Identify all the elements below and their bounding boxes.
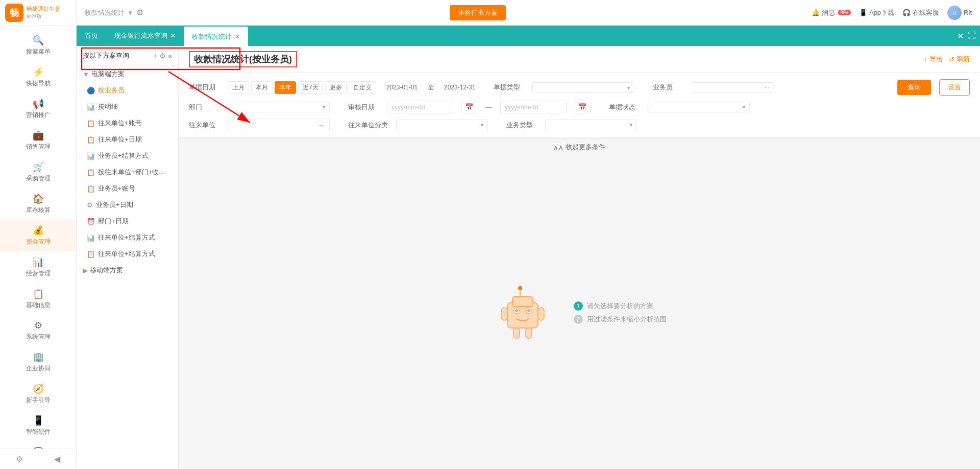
tree-item-salesperson-account[interactable]: 📋 业务员+账号: [77, 180, 178, 197]
customer-more-icon[interactable]: ···: [317, 121, 323, 129]
sidebar-item-quick-nav[interactable]: ⚡ 快捷导航: [0, 61, 76, 93]
tree-item-customer-account[interactable]: 📋 往来单位+账号: [77, 115, 178, 131]
doc-status-label: 单据状态: [609, 103, 640, 112]
svg-rect-7: [538, 308, 544, 320]
sp-account-icon: 📋: [87, 185, 95, 193]
sidebar-item-label: 系统管理: [26, 333, 51, 341]
collapse-panel-btn[interactable]: «: [168, 52, 172, 60]
sidebar-item-system[interactable]: ⚙ 系统管理: [0, 315, 76, 346]
app-download-btn[interactable]: 📱 App下载: [859, 8, 894, 17]
tree-section-mobile[interactable]: ▶ 移动端方案: [77, 262, 178, 278]
date-btn-this-month[interactable]: 本月: [251, 81, 273, 94]
breadcrumb: 收款情况统计: [85, 8, 125, 17]
tree-item-salesperson-date[interactable]: ⚙ 业务员+日期: [77, 197, 178, 213]
settings-scheme-btn[interactable]: ⚙: [159, 52, 166, 60]
sidebar-item-search-menu[interactable]: 🔍 搜索菜单: [0, 30, 76, 61]
tree-item-by-detail[interactable]: 📊 按明细: [77, 99, 178, 115]
doc-status-dropdown-icon: ▾: [743, 104, 745, 110]
sidebar-item-enterprise[interactable]: 🏢 企业协同: [0, 346, 76, 378]
header-settings-icon[interactable]: ⚙: [136, 8, 143, 17]
sidebar-item-inventory[interactable]: 🏠 库存核算: [0, 188, 76, 220]
salesperson-label: 业务员: [653, 83, 683, 92]
breadcrumb-dropdown-icon[interactable]: ▾: [129, 9, 132, 16]
sidebar-item-basic-info[interactable]: 📋 基础信息: [0, 283, 76, 315]
sidebar-item-label: 新手引导: [26, 396, 51, 405]
customer-category-select[interactable]: ▾: [396, 120, 488, 130]
review-date-label: 审核日期: [348, 103, 379, 112]
date-btn-custom[interactable]: 自定义: [349, 81, 376, 94]
sidebar-item-smart-hw[interactable]: 📱 智能硬件: [0, 410, 76, 441]
user-menu[interactable]: R Rit: [947, 6, 972, 20]
customer-service-btn[interactable]: 🎧 在线客服: [902, 8, 939, 17]
review-date-end[interactable]: yyyy-mm-dd: [500, 101, 567, 113]
dept-select[interactable]: ▾: [228, 102, 330, 112]
operations-icon: 📊: [33, 256, 44, 268]
date-options: 上月 本月 本年 近7天 更多 自定义: [228, 81, 376, 94]
svg-rect-1: [512, 296, 533, 307]
tab-bank-flow-close[interactable]: ✕: [170, 32, 176, 39]
date-dash: —: [485, 103, 492, 111]
add-scheme-btn[interactable]: +: [153, 52, 157, 60]
tree-item-by-salesperson[interactable]: 🔵 按业务员: [77, 82, 178, 99]
sidebar-item-finance[interactable]: 💰 资金管理: [0, 220, 76, 251]
doc-type-dropdown-icon: ▾: [627, 85, 630, 90]
date-btn-this-year[interactable]: 本年: [275, 81, 296, 94]
date-btn-last7[interactable]: 近7天: [298, 81, 323, 94]
tree-item-customer-settlement2[interactable]: 📊 往来单位+结算方式: [77, 229, 178, 246]
review-date-start[interactable]: yyyy-mm-dd: [387, 101, 453, 113]
doc-type-select[interactable]: ▾: [532, 82, 634, 93]
tab-home[interactable]: 首页: [77, 26, 106, 46]
tab-collection-stats[interactable]: 收款情况统计 ✕: [184, 27, 248, 47]
window-close-btn[interactable]: ✕: [957, 31, 964, 41]
date-btn-more[interactable]: 更多: [325, 81, 347, 94]
customer-select[interactable]: ···: [228, 119, 330, 131]
filter-area: 单据日期 上月 本月 本年 近7天 更多 自定义 2023-01-01 至 20…: [179, 73, 980, 138]
sidebar-item-marketing[interactable]: 📢 营销推广: [0, 93, 76, 125]
business-type-label: 业务类型: [506, 121, 537, 130]
trial-btn[interactable]: 体验行业方案: [450, 5, 506, 20]
salesperson-select[interactable]: ···: [692, 82, 773, 93]
date-range-start: 2023-01-01: [386, 84, 418, 91]
tree-item-customer-settlement3[interactable]: 📋 往来单位+结算方式: [77, 246, 178, 262]
review-date-start-calendar[interactable]: 📅: [461, 101, 477, 113]
tree-item-dept-date[interactable]: ⏰ 部门+日期: [77, 213, 178, 229]
dept-date-icon: ⏰: [87, 218, 95, 225]
business-type-select[interactable]: ▾: [545, 120, 637, 130]
notifications-btn[interactable]: 🔔 消息 99+: [812, 8, 851, 17]
sidebar-item-purchase[interactable]: 🛒 采购管理: [0, 156, 76, 188]
tab-collection-stats-close[interactable]: ✕: [235, 33, 240, 40]
tree-item-label: 业务员+结算方式: [98, 151, 149, 160]
tree-item-label: 往来单位+账号: [98, 119, 142, 128]
user-name: Rit: [964, 9, 972, 16]
tree-section-desktop[interactable]: ▼ 电脑端方案: [77, 66, 178, 82]
tree-item-customer-date[interactable]: 📋 往来单位+日期: [77, 131, 178, 148]
date-btn-last-month[interactable]: 上月: [228, 81, 249, 94]
mobile-section-label: 移动端方案: [90, 266, 123, 275]
export-btn[interactable]: ↑ 导出: [924, 55, 943, 64]
dept-label: 部门: [189, 103, 219, 112]
tree-item-salesperson-settlement[interactable]: 📊 业务员+结算方式: [77, 148, 178, 164]
sidebar-item-sales[interactable]: 💼 销售管理: [0, 125, 76, 156]
collapse-label: 收起更多条件: [566, 143, 605, 152]
tab-bank-flow[interactable]: 现金银行流水查询 ✕: [106, 26, 184, 46]
top-header: 收款情况统计 ▾ ⚙ 体验行业方案 🔔 消息 99+ 📱 App下载 🎧 在线客…: [77, 0, 980, 26]
sidebar-item-label: 营销推广: [26, 111, 51, 120]
sidebar-item-guide[interactable]: 🧭 新手引导: [0, 378, 76, 410]
tree-item-customer-dept[interactable]: 📋 按往来单位+部门+收...: [77, 164, 178, 180]
sidebar-item-operations[interactable]: 📊 经营管理: [0, 251, 76, 283]
settings-btn[interactable]: 设置: [939, 79, 970, 96]
collapse-bar[interactable]: ∧∧ 收起更多条件: [179, 138, 980, 156]
salesperson-more-icon: ···: [765, 85, 769, 90]
tree-item-label: 往来单位+结算方式: [98, 249, 155, 259]
sidebar-item-wechat[interactable]: 💬 企业微信: [0, 441, 76, 449]
refresh-btn[interactable]: ↺ 刷新: [949, 55, 970, 64]
sidebar-collapse-btn[interactable]: ◀: [54, 454, 60, 464]
window-expand-btn[interactable]: ⛶: [968, 31, 976, 40]
logo-icon: 畅: [5, 4, 23, 22]
detail-icon: 📊: [87, 103, 95, 111]
query-btn[interactable]: 查询: [897, 80, 931, 95]
sidebar-settings-btn[interactable]: ⚙: [16, 454, 23, 464]
header-center: 体验行业方案: [450, 5, 506, 20]
review-date-end-calendar[interactable]: 📅: [575, 101, 591, 113]
doc-status-select[interactable]: ▾: [648, 102, 750, 112]
